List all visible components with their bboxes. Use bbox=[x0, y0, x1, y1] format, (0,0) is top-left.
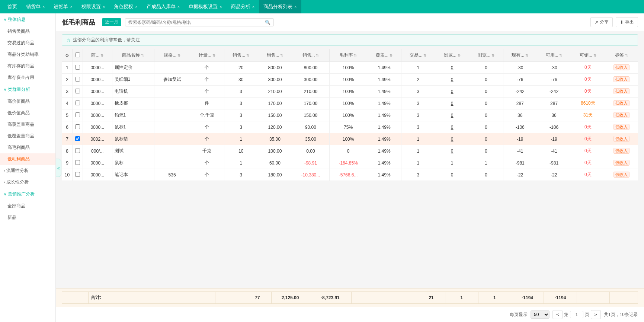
close-icon[interactable]: × bbox=[252, 4, 254, 9]
sidebar-item-all-products[interactable]: 全部商品 bbox=[0, 200, 55, 212]
row-checkbox[interactable] bbox=[75, 136, 80, 141]
sidebar-group-growth-header[interactable]: › 成长性分析 bbox=[0, 176, 55, 188]
cell-view1[interactable]: 0 bbox=[435, 169, 469, 181]
sidebar-item-new-products[interactable]: 新品 bbox=[0, 212, 55, 223]
cell-view1[interactable]: 0 bbox=[435, 121, 469, 133]
close-icon[interactable]: × bbox=[70, 4, 72, 9]
sidebar-item-in-stock[interactable]: 有库存的商品 bbox=[0, 60, 55, 72]
prev-page-button[interactable]: ＜ bbox=[552, 310, 563, 319]
col-tag[interactable]: 标签 bbox=[605, 49, 638, 62]
row-checkbox[interactable] bbox=[75, 172, 80, 177]
sidebar-item-low-value[interactable]: 低价值商品 bbox=[0, 107, 55, 119]
nav-permission[interactable]: 权限设置× bbox=[77, 0, 109, 13]
cell-checkbox[interactable] bbox=[73, 86, 83, 98]
col-available[interactable]: 可用... bbox=[537, 49, 571, 62]
col-name[interactable]: 商品名称 bbox=[112, 49, 154, 62]
search-icon[interactable]: 🔍 bbox=[265, 20, 270, 25]
sidebar-group-overall-header[interactable]: ∨ 整体信息 bbox=[0, 13, 55, 26]
col-sale-profit[interactable]: 销售... bbox=[292, 49, 330, 62]
col-settings[interactable]: ⚙ bbox=[62, 49, 73, 62]
page-input[interactable] bbox=[570, 311, 583, 318]
cell-view1[interactable]: 0 bbox=[435, 133, 469, 145]
sidebar-item-low-margin[interactable]: 低毛利商品 bbox=[0, 153, 55, 165]
sidebar-item-inventory-capital[interactable]: 库存资金占用 bbox=[0, 72, 55, 83]
cell-checkbox[interactable] bbox=[73, 121, 83, 133]
close-icon[interactable]: × bbox=[42, 4, 45, 9]
cell-checkbox[interactable] bbox=[73, 62, 83, 74]
close-icon[interactable]: × bbox=[103, 4, 105, 9]
nav-product-inbound[interactable]: 产成品入库单× bbox=[142, 0, 184, 13]
close-icon[interactable]: × bbox=[135, 4, 137, 9]
share-button[interactable]: ↗ 分享 bbox=[590, 17, 613, 27]
cell-view2: 0 bbox=[469, 98, 503, 109]
sidebar-item-low-coverage[interactable]: 低覆盖量商品 bbox=[0, 130, 55, 142]
nav-product-analysis-list[interactable]: 商品分析列表× bbox=[259, 0, 301, 13]
nav-sales[interactable]: 销货单× bbox=[22, 0, 49, 13]
row-checkbox[interactable] bbox=[75, 101, 80, 105]
cell-view1[interactable]: 0 bbox=[435, 62, 469, 74]
per-page-select[interactable]: 50 100 bbox=[531, 310, 550, 319]
sidebar-item-high-value[interactable]: 高价值商品 bbox=[0, 96, 55, 107]
col-checkbox[interactable] bbox=[73, 49, 83, 62]
sidebar-item-traded-products[interactable]: 交易过的商品 bbox=[0, 37, 55, 49]
time-filter-button[interactable]: 近一月 bbox=[102, 18, 121, 26]
cell-checkbox[interactable] bbox=[73, 133, 83, 145]
sidebar-collapse-button[interactable]: « bbox=[56, 159, 61, 177]
sidebar-group-cluster-header[interactable]: ∨ 类群量分析 bbox=[0, 83, 55, 96]
col-code[interactable]: 商... bbox=[83, 49, 112, 62]
cell-view1[interactable]: 0 bbox=[435, 86, 469, 98]
tag-badge: 低收入 bbox=[613, 64, 629, 70]
row-checkbox[interactable] bbox=[75, 65, 80, 70]
sidebar: ∨ 整体信息 销售类商品 交易过的商品 商品分类助销率 有库存的商品 库存资金占… bbox=[0, 13, 56, 322]
cell-view1[interactable]: 1 bbox=[435, 157, 469, 169]
export-button[interactable]: ⬇ 导出 bbox=[616, 17, 638, 27]
sidebar-item-category-sales-rate[interactable]: 商品分类助销率 bbox=[0, 49, 55, 60]
col-view2[interactable]: 浏览... bbox=[469, 49, 503, 62]
sidebar-item-high-margin[interactable]: 高毛利商品 bbox=[0, 142, 55, 153]
select-all-checkbox[interactable] bbox=[75, 52, 80, 57]
nav-product-analysis[interactable]: 商品分析× bbox=[227, 0, 259, 13]
col-gross-margin[interactable]: 毛利率 bbox=[329, 49, 367, 62]
cell-checkbox[interactable] bbox=[73, 74, 83, 86]
cell-view1[interactable]: 0 bbox=[435, 74, 469, 86]
row-checkbox[interactable] bbox=[75, 77, 80, 82]
cell-checkbox[interactable] bbox=[73, 98, 83, 109]
col-saleable[interactable]: 可销... bbox=[571, 49, 605, 62]
cell-view1[interactable]: 0 bbox=[435, 109, 469, 121]
sidebar-item-high-coverage[interactable]: 高覆盖量商品 bbox=[0, 119, 55, 130]
row-checkbox[interactable] bbox=[75, 112, 80, 117]
row-checkbox[interactable] bbox=[75, 160, 80, 165]
cell-saleable: 0天 bbox=[571, 133, 605, 145]
nav-template[interactable]: 单据模板设置× bbox=[184, 0, 226, 13]
col-view1[interactable]: 浏览... bbox=[435, 49, 469, 62]
cell-sale-amount: 150.00 bbox=[258, 109, 292, 121]
col-transaction[interactable]: 交易... bbox=[401, 49, 435, 62]
close-icon[interactable]: × bbox=[220, 4, 222, 9]
nav-purchase[interactable]: 进货单× bbox=[49, 0, 77, 13]
cell-row-no: 3 bbox=[62, 86, 73, 98]
col-sale-qty[interactable]: 销售... bbox=[224, 49, 258, 62]
sidebar-item-sales-products[interactable]: 销售类商品 bbox=[0, 26, 55, 37]
cell-view1[interactable]: 0 bbox=[435, 98, 469, 109]
col-spec[interactable]: 规格... bbox=[154, 49, 190, 62]
cell-checkbox[interactable] bbox=[73, 169, 83, 181]
cell-checkbox[interactable] bbox=[73, 109, 83, 121]
nav-home[interactable]: 首页 bbox=[3, 0, 22, 13]
row-checkbox[interactable] bbox=[75, 124, 80, 129]
col-unit[interactable]: 计量... bbox=[190, 49, 224, 62]
cell-checkbox[interactable] bbox=[73, 145, 83, 157]
col-sale-amount[interactable]: 销售... bbox=[258, 49, 292, 62]
sidebar-group-circulation-header[interactable]: › 流通性分析 bbox=[0, 165, 55, 176]
col-current[interactable]: 现有... bbox=[503, 49, 537, 62]
row-checkbox[interactable] bbox=[75, 148, 80, 153]
cell-checkbox[interactable] bbox=[73, 157, 83, 169]
search-input[interactable] bbox=[128, 20, 265, 25]
close-icon[interactable]: × bbox=[177, 4, 180, 9]
row-checkbox[interactable] bbox=[75, 89, 80, 93]
sidebar-group-marketing-header[interactable]: ∨ 营销推广分析 bbox=[0, 188, 55, 200]
col-coverage[interactable]: 覆盖... bbox=[367, 49, 401, 62]
cell-view1[interactable]: 0 bbox=[435, 145, 469, 157]
close-icon[interactable]: × bbox=[294, 4, 297, 9]
nav-role[interactable]: 角色授权× bbox=[109, 0, 142, 13]
next-page-button[interactable]: ＞ bbox=[591, 310, 601, 319]
